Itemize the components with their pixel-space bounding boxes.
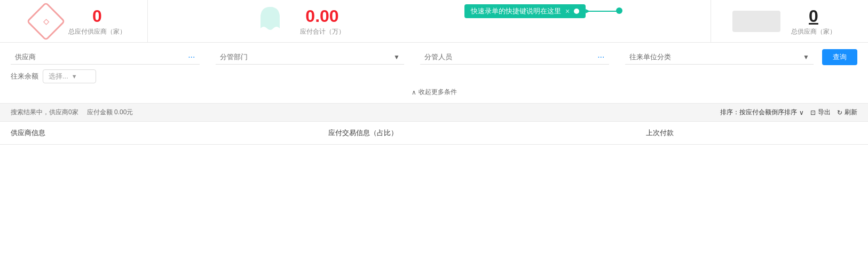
all-supplier-number: 0 xyxy=(809,6,818,26)
manager-label: 分管人员 xyxy=(424,52,452,62)
tooltip-text: 快速录单的快捷键说明在这里 xyxy=(471,6,561,16)
unit-class-arrow[interactable]: ▼ xyxy=(803,53,809,61)
department-input[interactable] xyxy=(252,53,392,61)
filter-row-balance: 往来余额 选择... ▼ xyxy=(11,69,857,83)
summary-bar: ◇ 0 总应付供应商（家） 0.00 应付合计（万） xyxy=(0,0,868,43)
refresh-label: 刷新 xyxy=(845,108,857,117)
ghost-icon xyxy=(254,3,291,40)
manager-dots[interactable]: ··· xyxy=(597,52,604,62)
table-header: 供应商信息 应付交易信息（占比） 上次付款 xyxy=(0,122,868,145)
results-right: 排序：按应付会额倒序排序 ∨ ⊡ 导出 ↻ 刷新 xyxy=(720,108,857,117)
diamond-inner-text: ◇ xyxy=(43,17,49,26)
diamond-icon: ◇ xyxy=(26,2,66,41)
department-filter[interactable]: 分管部门 ▼ xyxy=(216,50,405,65)
export-button[interactable]: ⊡ 导出 xyxy=(810,108,831,117)
balance-arrow: ▼ xyxy=(72,73,77,80)
query-button[interactable]: 查询 xyxy=(822,49,857,65)
total-amount-number: 0.00 xyxy=(305,6,338,26)
collapse-label: 收起更多条件 xyxy=(419,88,457,97)
col-supplier-header: 供应商信息 xyxy=(11,128,328,138)
summary-item-total-supplier: 0 总供应商（家） xyxy=(711,0,857,42)
unit-class-input[interactable] xyxy=(675,53,801,61)
filter-row-1: 供应商 ··· 分管部门 ▼ 分管人员 ··· 往来单位分类 xyxy=(11,49,857,65)
manager-input[interactable] xyxy=(456,53,595,61)
refresh-icon: ↻ xyxy=(837,109,842,116)
manager-filter[interactable]: 分管人员 ··· xyxy=(420,50,609,65)
tooltip-dot xyxy=(574,9,579,14)
sort-button[interactable]: 排序：按应付会额倒序排序 ∨ xyxy=(720,108,804,117)
amount-text: 应付金额 0.00元 xyxy=(87,108,133,117)
all-supplier-label: 总供应商（家） xyxy=(791,27,836,36)
tooltip-close-button[interactable]: × xyxy=(565,7,570,15)
balance-select[interactable]: 选择... ▼ xyxy=(43,69,96,83)
supplier-label: 供应商 xyxy=(15,52,36,62)
col-payment-header: 上次付款 xyxy=(646,128,858,138)
export-icon: ⊡ xyxy=(810,109,816,116)
supplier-count-text: 搜索结果中，供应商0家 xyxy=(11,108,78,117)
results-bar: 搜索结果中，供应商0家 应付金额 0.00元 排序：按应付会额倒序排序 ∨ ⊡ … xyxy=(0,104,868,122)
department-arrow[interactable]: ▼ xyxy=(393,53,400,61)
export-label: 导出 xyxy=(818,108,831,117)
supplier-filter[interactable]: 供应商 ··· xyxy=(11,50,200,65)
department-label: 分管部门 xyxy=(220,52,248,62)
tooltip-banner[interactable]: 快速录单的快捷键说明在这里 × xyxy=(464,4,586,18)
unit-class-label: 往来单位分类 xyxy=(629,52,671,62)
collapse-icon: ∧ xyxy=(412,89,416,96)
summary-item-supplier: ◇ 0 总应付供应商（家） xyxy=(11,0,148,42)
total-amount-label: 应付合计（万） xyxy=(300,27,345,36)
refresh-button[interactable]: ↻ 刷新 xyxy=(837,108,857,117)
table-body xyxy=(0,145,868,275)
total-supplier-number: 0 xyxy=(92,6,102,26)
col-transaction-header: 应付交易信息（占比） xyxy=(328,128,646,138)
filter-section: 供应商 ··· 分管部门 ▼ 分管人员 ··· 往来单位分类 xyxy=(0,43,868,104)
supplier-input[interactable] xyxy=(40,53,186,61)
gray-rect xyxy=(732,11,780,32)
summary-item-amount: 0.00 应付合计（万） xyxy=(148,0,451,42)
unit-class-filter[interactable]: 往来单位分类 ▼ xyxy=(625,50,814,65)
collapse-button[interactable]: ∧ 收起更多条件 xyxy=(11,88,857,97)
total-supplier-label: 总应付供应商（家） xyxy=(68,27,126,36)
balance-placeholder: 选择... xyxy=(49,72,68,81)
sort-label: 排序：按应付会额倒序排序 xyxy=(720,108,797,117)
balance-label: 往来余额 xyxy=(11,72,38,81)
tooltip-end-dot xyxy=(616,7,622,14)
sort-arrow: ∨ xyxy=(799,109,804,116)
page-wrapper: 快速录单的快捷键说明在这里 × ◇ 0 总应付供应商（家） xyxy=(0,0,868,275)
supplier-dots[interactable]: ··· xyxy=(188,52,195,62)
results-left: 搜索结果中，供应商0家 应付金额 0.00元 xyxy=(11,108,133,117)
